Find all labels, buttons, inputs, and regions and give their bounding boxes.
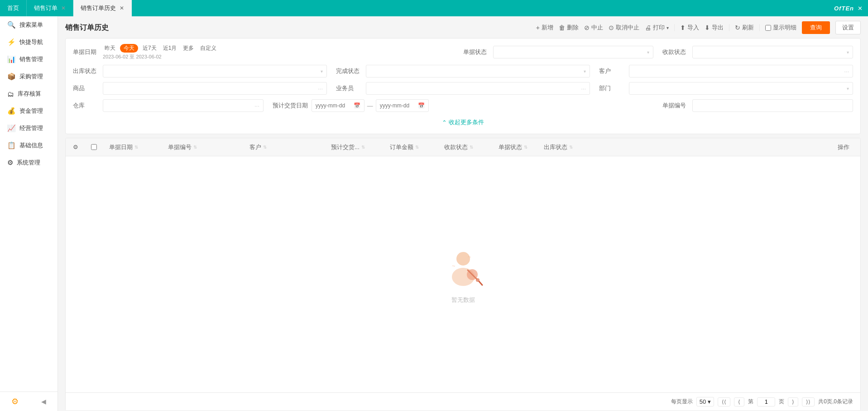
sidebar-item-inventory-check[interactable]: 🗂 库存核算 [0, 85, 58, 102]
th-doc-no[interactable]: 单据编号 ⇅ [164, 143, 246, 151]
shortcut-last7days[interactable]: 近7天 [141, 44, 158, 53]
shortcut-more[interactable]: 更多 [181, 44, 196, 53]
collapse-button[interactable]: ⌃ 收起更多条件 [73, 116, 853, 128]
filter-expected-delivery: 预计交货日期 📅 — 📅 [273, 99, 654, 112]
sidebar-item-sales-mgmt[interactable]: 📊 销售管理 [0, 51, 58, 68]
query-button[interactable]: 查询 [802, 21, 830, 34]
refresh-button[interactable]: ↻ 刷新 [735, 24, 754, 32]
th-doc-no-label: 单据编号 [168, 143, 192, 151]
delete-icon: 🗑 [559, 24, 565, 31]
filter-customer: 客户 ··· [599, 65, 853, 77]
sidebar: 🔍 搜索菜单 ⚡ 快捷导航 📊 销售管理 📦 采购管理 🗂 库存核算 💰 资金管… [0, 16, 58, 411]
tab-home-label: 首页 [7, 4, 19, 12]
print-button[interactable]: 🖨 打印 ▾ [645, 24, 669, 32]
sidebar-item-basic-info[interactable]: 📋 基础信息 [0, 137, 58, 154]
out-status-select[interactable]: ▾ [103, 65, 327, 77]
expected-delivery-end-input[interactable] [380, 102, 416, 109]
page-header: 销售订单历史 + 新增 🗑 删除 ⊘ 中止 ⊙ 取消中止 [58, 16, 868, 38]
sidebar-collapse-icon[interactable]: ◀ [41, 398, 46, 405]
tab-sales-order[interactable]: 销售订单 ✕ [27, 0, 73, 16]
th-customer[interactable]: 客户 ⇅ [246, 143, 327, 151]
doc-status-select[interactable]: ▾ [493, 46, 654, 58]
date-range-separator: — [364, 102, 376, 109]
tab-home[interactable]: 首页 [0, 0, 27, 16]
header-actions: + 新增 🗑 删除 ⊘ 中止 ⊙ 取消中止 🖨 打印 [536, 21, 861, 34]
sidebar-settings-icon[interactable]: ⚙ [11, 396, 19, 406]
expected-delivery-end[interactable]: 📅 [376, 99, 429, 112]
display-toggle-checkbox[interactable] [765, 25, 771, 31]
sidebar-item-purchase-mgmt[interactable]: 📦 采购管理 [0, 68, 58, 85]
salesperson-select[interactable]: ··· [366, 82, 590, 95]
sidebar-item-funds-mgmt[interactable]: 💰 资金管理 [0, 102, 58, 120]
th-out-status[interactable]: 出库状态 ⇅ [540, 143, 595, 151]
expected-delivery-start-input[interactable] [316, 102, 352, 109]
last-page-button[interactable]: ⟩⟩ [802, 397, 815, 406]
expected-delivery-start[interactable]: 📅 [312, 99, 364, 112]
department-select[interactable]: ▾ [629, 82, 853, 95]
tab-sales-order-history-close[interactable]: ✕ [120, 5, 124, 11]
goods-label: 商品 [73, 84, 100, 92]
new-button[interactable]: + 新增 [536, 24, 553, 32]
sidebar-item-search-menu[interactable]: 🔍 搜索菜单 [0, 16, 58, 34]
select-all-checkbox[interactable] [91, 144, 97, 150]
goods-select[interactable]: ··· [103, 82, 327, 95]
setting-button[interactable]: 设置 [835, 21, 861, 34]
prev-page-button[interactable]: ⟨ [734, 397, 744, 406]
page-number-input[interactable] [757, 397, 775, 406]
th-actions: 操作 [595, 143, 857, 151]
empty-illustration: ~ ~ [441, 245, 486, 290]
complete-status-select[interactable]: ▾ [366, 65, 590, 77]
tab-sales-order-close[interactable]: ✕ [61, 5, 66, 11]
th-pay-status[interactable]: 收款状态 ⇅ [441, 143, 495, 151]
shortcut-last1month[interactable]: 近1月 [161, 44, 179, 53]
cancel-stop-button[interactable]: ⊙ 取消中止 [609, 24, 639, 32]
delete-button[interactable]: 🗑 删除 [559, 24, 579, 32]
first-page-button[interactable]: ⟨⟨ [718, 397, 730, 406]
print-label: 打印 [653, 24, 665, 32]
export-label: 导出 [712, 24, 724, 32]
th-amount[interactable]: 订单金额 ⇅ [386, 143, 441, 151]
sidebar-item-sys-mgmt[interactable]: ⚙ 系统管理 [0, 154, 58, 171]
payment-status-select[interactable]: ▾ [692, 46, 853, 58]
th-expected-delivery[interactable]: 预计交货... ⇅ [327, 143, 386, 151]
window-close-button[interactable]: ✕ [858, 5, 863, 12]
out-status-label: 出库状态 [73, 67, 100, 75]
next-page-button[interactable]: ⟩ [788, 397, 798, 406]
doc-status-chevron-icon: ▾ [647, 50, 649, 55]
th-actions-label: 操作 [838, 143, 849, 151]
tab-sales-order-label: 销售订单 [34, 4, 58, 12]
th-checkbox[interactable] [87, 144, 106, 150]
sort-doc-status-icon: ⇅ [524, 145, 528, 150]
th-settings[interactable]: ⚙ [69, 144, 87, 150]
doc-number-input[interactable] [692, 99, 853, 112]
tab-bar: 首页 销售订单 ✕ 销售订单历史 ✕ [0, 0, 132, 16]
page-size-chevron-icon: ▾ [708, 398, 711, 405]
shortcut-custom[interactable]: 自定义 [198, 44, 218, 53]
tab-sales-order-history[interactable]: 销售订单历史 ✕ [73, 0, 132, 16]
export-button[interactable]: ⬇ 导出 [705, 24, 724, 32]
th-doc-status[interactable]: 单据状态 ⇅ [495, 143, 540, 151]
calendar-end-icon: 📅 [418, 102, 425, 109]
sidebar-item-ops-mgmt[interactable]: 📈 经营管理 [0, 120, 58, 137]
import-button[interactable]: ⬆ 导入 [680, 24, 699, 32]
sidebar-item-quick-nav[interactable]: ⚡ 快捷导航 [0, 34, 58, 51]
th-doc-date[interactable]: 单据日期 ⇅ [106, 143, 164, 151]
complete-status-label: 完成状态 [336, 67, 363, 75]
customer-label: 客户 [599, 67, 626, 75]
filter-out-status: 出库状态 ▾ [73, 65, 327, 77]
stop-button[interactable]: ⊘ 中止 [584, 24, 603, 32]
date-range-text: 2023-06-02 至 2023-06-02 [103, 53, 218, 60]
th-expected-delivery-label: 预计交货... [331, 143, 360, 151]
complete-status-chevron-icon: ▾ [584, 69, 586, 74]
warehouse-select[interactable]: ··· [103, 99, 264, 112]
customer-select[interactable]: ··· [629, 65, 853, 77]
doc-number-label: 单据编号 [662, 102, 690, 110]
shortcut-today[interactable]: 今天 [120, 44, 138, 53]
shortcut-yesterday[interactable]: 昨天 [103, 44, 117, 53]
payment-status-chevron-icon: ▾ [847, 50, 849, 55]
page-size-select[interactable]: 50 ▾ [696, 397, 714, 406]
th-amount-label: 订单金额 [390, 143, 413, 151]
refresh-icon: ↻ [735, 24, 740, 31]
filter-payment-status: 收款状态 ▾ [662, 46, 853, 58]
display-toggle-label[interactable]: 显示明细 [765, 24, 796, 32]
